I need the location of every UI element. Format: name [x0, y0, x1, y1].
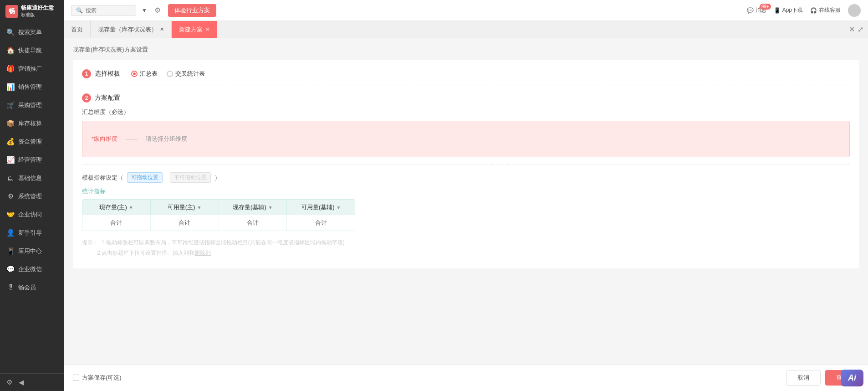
- app-logo: 畅 畅康通好生意 标准版: [0, 0, 64, 23]
- stats-section-title: 统计指标: [82, 187, 850, 196]
- sidebar-item-inventory[interactable]: 📦 库存核算: [0, 114, 64, 133]
- dropdown-chevron-icon: ▼: [142, 7, 147, 14]
- new-plan-tab-label: 新建方案: [179, 26, 203, 34]
- sidebar-label-app-center: 应用中心: [18, 247, 42, 255]
- topbar: 🔍 ▼ ⚙ 体验行业方案 💬 消息 99+ 📱 App下载 🎧 在线客服: [64, 0, 868, 21]
- collapse-icon[interactable]: ◀: [19, 378, 24, 386]
- template-option-cross[interactable]: 交叉统计表: [167, 70, 205, 78]
- inventory-status-tab-close[interactable]: ✕: [160, 26, 164, 32]
- trial-btn[interactable]: 体验行业方案: [168, 4, 216, 17]
- stats-col-4-label: 可用量(基辅): [301, 203, 335, 211]
- indicator-suffix: ）: [214, 174, 220, 182]
- expand-icon[interactable]: ⤢: [858, 25, 863, 34]
- indicator-fixed-tag: 不可拖动位置: [170, 172, 211, 183]
- tab-expand-area: ✕ ⤢: [844, 25, 868, 34]
- app-name: 畅康通好生意: [21, 5, 54, 12]
- sidebar-item-sales[interactable]: 📊 销售管理: [0, 78, 64, 96]
- sidebar-item-marketing[interactable]: 🎁 营销推广: [0, 60, 64, 78]
- dimension-area[interactable]: *纵向维度 —— 请选择分组维度: [82, 121, 850, 157]
- template-cross-label: 交叉统计表: [175, 70, 205, 78]
- app-center-icon: 📱: [6, 247, 15, 255]
- sidebar-label-finance: 资金管理: [18, 138, 42, 146]
- template-summary-label: 汇总表: [140, 70, 158, 78]
- sidebar-item-basic[interactable]: 🗂 基础信息: [0, 169, 64, 187]
- stats-col-4[interactable]: 可用量(基辅) ▼: [287, 200, 355, 215]
- sidebar-label-newbie: 新手引导: [18, 229, 42, 237]
- stats-col-3[interactable]: 现存量(基辅) ▼: [219, 200, 287, 215]
- messages-area[interactable]: 💬 消息 99+: [747, 6, 766, 14]
- sidebar-label-purchase: 采购管理: [18, 101, 42, 109]
- tab-home[interactable]: 首页: [64, 21, 91, 38]
- topbar-gear-icon[interactable]: ⚙: [154, 6, 161, 15]
- sidebar-item-purchase[interactable]: 🛒 采购管理: [0, 96, 64, 114]
- search-box[interactable]: 🔍: [71, 5, 136, 16]
- search-input[interactable]: [86, 7, 131, 14]
- close-panel-icon[interactable]: ✕: [849, 25, 855, 34]
- step2-header: 2 方案配置: [82, 93, 850, 103]
- settings-panel: 1 选择模板 汇总表 交叉统计表 2 方案配置: [73, 60, 859, 268]
- step1-header: 1 选择模板 汇总表 交叉统计表: [82, 69, 850, 78]
- sidebar-label-search: 搜索菜单: [18, 28, 42, 36]
- indicator-label: 模板指标设定（ 可拖动位置 不可拖动位置 ）: [82, 172, 850, 183]
- tab-new-plan[interactable]: 新建方案 ✕: [172, 21, 217, 38]
- sidebar-label-cooperation: 企业协同: [18, 211, 42, 219]
- content-area: 现存量(库存状况表)方案设置 1 选择模板 汇总表 交叉统计表: [64, 38, 868, 364]
- stats-col-3-label: 现存量(基辅): [233, 203, 266, 211]
- sidebar-item-app-center[interactable]: 📱 应用中心: [0, 242, 64, 260]
- cancel-button[interactable]: 取消: [786, 370, 821, 386]
- save-checkbox[interactable]: [73, 375, 79, 381]
- wechat-icon: 💬: [6, 265, 15, 273]
- save-option-label: 方案保存(可选): [82, 374, 122, 382]
- messages-badge: 99+: [760, 4, 771, 10]
- step2-num: 2: [82, 93, 91, 103]
- sidebar-item-membership[interactable]: 🎖 畅会员: [0, 278, 64, 297]
- sidebar-label-wechat: 企业微信: [18, 265, 42, 273]
- step2-title: 方案配置: [95, 94, 120, 102]
- sales-icon: 📊: [6, 83, 15, 91]
- stats-cell-3: 合计: [219, 215, 287, 231]
- delete-col-link[interactable]: 删除列: [194, 250, 211, 256]
- stats-col-2-chevron[interactable]: ▼: [197, 205, 202, 210]
- divider-1: [82, 86, 850, 86]
- app-download-area[interactable]: 📱 App下载: [774, 6, 803, 14]
- search-icon: 🔍: [6, 28, 15, 36]
- sidebar-item-system[interactable]: ⚙ 系统管理: [0, 187, 64, 206]
- stats-col-1[interactable]: 现存量(主) ▼: [82, 200, 151, 215]
- template-option-summary[interactable]: 汇总表: [131, 70, 158, 78]
- online-service-area[interactable]: 🎧 在线客服: [810, 6, 841, 14]
- tip-2: 2.点击标题栏下拉可设置排序、插入列和删除列: [82, 249, 850, 257]
- stats-col-2[interactable]: 可用量(主) ▼: [151, 200, 219, 215]
- sidebar-item-management[interactable]: 📈 经营管理: [0, 151, 64, 169]
- stats-col-1-chevron[interactable]: ▼: [129, 205, 133, 210]
- tab-inventory-status[interactable]: 现存量（库存状况表） ✕: [91, 21, 172, 38]
- inventory-icon: 📦: [6, 119, 15, 128]
- stats-col-3-chevron[interactable]: ▼: [268, 205, 273, 210]
- dropdown[interactable]: ▼: [142, 7, 147, 14]
- tips-section: 提示： 1.拖动标题栏可以调整布局，不可跨维度或指标区域拖动栏目(只能在同一维度…: [82, 238, 850, 257]
- user-avatar[interactable]: [848, 4, 861, 17]
- sidebar-item-wechat[interactable]: 💬 企业微信: [0, 260, 64, 278]
- phone-icon: 📱: [774, 7, 781, 14]
- step1-num: 1: [82, 69, 91, 78]
- stats-col-4-chevron[interactable]: ▼: [337, 205, 341, 210]
- settings-icon[interactable]: ⚙: [6, 378, 12, 386]
- template-radio-group: 汇总表 交叉统计表: [131, 70, 205, 78]
- dimension-label: 汇总维度（必选）: [82, 108, 850, 116]
- sidebar-item-quick-nav[interactable]: 🏠 快捷导航: [0, 41, 64, 60]
- sidebar-item-cooperation[interactable]: 🤝 企业协同: [0, 206, 64, 224]
- sidebar-item-newbie[interactable]: 👤 新手引导: [0, 224, 64, 242]
- sidebar-item-search[interactable]: 🔍 搜索菜单: [0, 23, 64, 41]
- dim-placeholder: 请选择分组维度: [146, 135, 187, 143]
- headset-icon: 🎧: [810, 7, 817, 14]
- home-tab-label: 首页: [71, 26, 83, 34]
- app-download-label: App下载: [782, 6, 803, 14]
- step1-title: 选择模板: [95, 70, 120, 78]
- logo-icon: 畅: [5, 5, 18, 18]
- divider-2: [82, 165, 850, 165]
- new-plan-tab-close[interactable]: ✕: [205, 26, 209, 32]
- newbie-icon: 👤: [6, 229, 15, 237]
- sidebar-item-finance[interactable]: 💰 资金管理: [0, 133, 64, 151]
- finance-icon: 💰: [6, 138, 15, 146]
- ai-badge[interactable]: Ai: [841, 370, 863, 386]
- cooperation-icon: 🤝: [6, 211, 15, 219]
